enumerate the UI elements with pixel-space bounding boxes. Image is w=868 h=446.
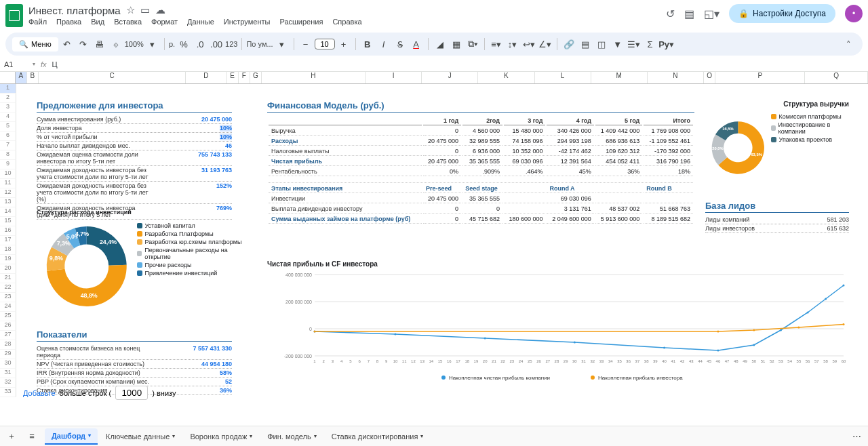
chevron-down-icon[interactable]: ▾	[420, 433, 423, 439]
menu-Расширения[interactable]: Расширения	[279, 18, 323, 26]
comments-icon[interactable]: ▤	[684, 7, 694, 20]
row-11[interactable]: 11	[0, 179, 16, 188]
row-7[interactable]: 7	[0, 141, 16, 150]
chevron-down-icon[interactable]: ▾	[33, 61, 35, 67]
row-29[interactable]: 29	[0, 350, 16, 359]
col-H[interactable]: H	[262, 72, 366, 83]
filter-icon[interactable]: ▼	[610, 37, 625, 52]
redo-icon[interactable]: ↷	[76, 37, 91, 52]
row-28[interactable]: 28	[0, 340, 16, 350]
doc-title[interactable]: Инвест. платформа	[28, 5, 121, 16]
chevron-down-icon[interactable]: ▾	[314, 433, 317, 439]
col-Q[interactable]: Q	[805, 72, 868, 83]
wrap-icon[interactable]: ↩▾	[521, 37, 536, 52]
paint-format-icon[interactable]: ⟐	[108, 37, 123, 52]
row-21[interactable]: 21	[0, 274, 16, 283]
explore-icon[interactable]: ⋯	[849, 429, 864, 444]
row-17[interactable]: 17	[0, 236, 16, 245]
col-C[interactable]: C	[39, 72, 186, 83]
dec-decrease-icon[interactable]: .0	[193, 37, 208, 52]
col-D[interactable]: D	[186, 72, 227, 83]
col-N[interactable]: N	[648, 72, 704, 83]
link-icon[interactable]: 🔗	[561, 37, 576, 52]
text-color-icon[interactable]: A	[409, 37, 424, 52]
row-19[interactable]: 19	[0, 255, 16, 264]
col-K[interactable]: K	[478, 72, 534, 83]
font-dec-icon[interactable]: −	[298, 37, 313, 52]
row-22[interactable]: 22	[0, 283, 16, 293]
undo-icon[interactable]: ↶	[60, 37, 75, 52]
borders-icon[interactable]: ▦	[449, 37, 464, 52]
chevron-down-icon[interactable]: ▾	[275, 37, 290, 52]
sheet-tab-4[interactable]: Ставка дисконтирования ▾	[325, 428, 431, 445]
row-5[interactable]: 5	[0, 122, 16, 131]
sheet-tab-2[interactable]: Воронка продаж ▾	[183, 428, 259, 445]
col-I[interactable]: I	[366, 72, 422, 83]
row-32[interactable]: 32	[0, 378, 16, 388]
row-16[interactable]: 16	[0, 226, 16, 236]
menu-Файл[interactable]: Файл	[28, 18, 47, 26]
star-icon[interactable]: ☆	[126, 4, 135, 16]
row-25[interactable]: 25	[0, 312, 16, 321]
bold-icon[interactable]: B	[360, 37, 375, 52]
col-E[interactable]: E	[227, 72, 239, 83]
menus-button[interactable]: 🔍Меню	[12, 37, 58, 52]
row-2[interactable]: 2	[0, 94, 16, 103]
halign-icon[interactable]: ≡▾	[489, 37, 504, 52]
menu-Вид[interactable]: Вид	[91, 18, 104, 26]
row-30[interactable]: 30	[0, 359, 16, 369]
menu-Правка[interactable]: Правка	[56, 18, 81, 26]
meet-icon[interactable]: ◱▾	[704, 7, 719, 20]
row-3[interactable]: 3	[0, 103, 16, 113]
chevron-down-icon[interactable]: ▾	[88, 432, 91, 439]
row-1[interactable]: 1	[0, 84, 16, 94]
cloud-icon[interactable]: ☁	[155, 4, 165, 16]
share-button[interactable]: 🔒 Настройки Доступа	[729, 4, 835, 23]
font-inc-icon[interactable]: +	[336, 37, 351, 52]
row-13[interactable]: 13	[0, 198, 16, 207]
col-M[interactable]: M	[591, 72, 648, 83]
row-6[interactable]: 6	[0, 131, 16, 141]
row-31[interactable]: 31	[0, 369, 16, 378]
filterviews-icon[interactable]: ☰▾	[627, 37, 642, 52]
menu-Вставка[interactable]: Вставка	[114, 18, 142, 26]
col-O[interactable]: O	[704, 72, 715, 83]
row-26[interactable]: 26	[0, 321, 16, 331]
fill-color-icon[interactable]: ◢	[433, 37, 448, 52]
menu-Инструменты[interactable]: Инструменты	[224, 18, 271, 26]
font-size[interactable]: 10	[315, 39, 335, 49]
add-sheet-icon[interactable]: +	[4, 429, 19, 444]
col-F[interactable]: F	[239, 72, 250, 83]
col-L[interactable]: L	[535, 72, 591, 83]
menu-Справка[interactable]: Справка	[332, 18, 361, 26]
zoom[interactable]: 100%	[125, 40, 144, 48]
percent-icon[interactable]: %	[176, 37, 191, 52]
row-9[interactable]: 9	[0, 160, 16, 169]
chart-icon[interactable]: ◫	[594, 37, 609, 52]
add-rows-input[interactable]	[115, 386, 148, 400]
formula-bar[interactable]: Ц	[52, 60, 58, 68]
row-23[interactable]: 23	[0, 293, 16, 302]
valign-icon[interactable]: ↕▾	[505, 37, 520, 52]
menu-Формат[interactable]: Формат	[151, 18, 178, 26]
history-icon[interactable]: ↺	[666, 7, 675, 20]
merge-icon[interactable]: ⧉▾	[465, 37, 480, 52]
row-14[interactable]: 14	[0, 207, 16, 217]
col-P[interactable]: P	[715, 72, 805, 83]
col-B[interactable]: B	[27, 72, 39, 83]
row-10[interactable]: 10	[0, 169, 16, 179]
add-rows-link[interactable]: Добавьте	[23, 389, 56, 397]
number-format[interactable]: 123	[225, 40, 237, 48]
row-27[interactable]: 27	[0, 331, 16, 340]
row-12[interactable]: 12	[0, 188, 16, 198]
sheet-tab-0[interactable]: Дашборд ▾	[45, 428, 98, 445]
row-33[interactable]: 33	[0, 388, 16, 397]
menu-Данные[interactable]: Данные	[187, 18, 214, 26]
collapse-icon[interactable]: ˄	[841, 37, 856, 52]
strike-icon[interactable]: S̶	[393, 37, 408, 52]
comment-icon[interactable]: ▤	[578, 37, 593, 52]
italic-icon[interactable]: I	[376, 37, 391, 52]
functions-icon[interactable]: Σ	[643, 37, 658, 52]
row-24[interactable]: 24	[0, 302, 16, 312]
row-15[interactable]: 15	[0, 217, 16, 226]
